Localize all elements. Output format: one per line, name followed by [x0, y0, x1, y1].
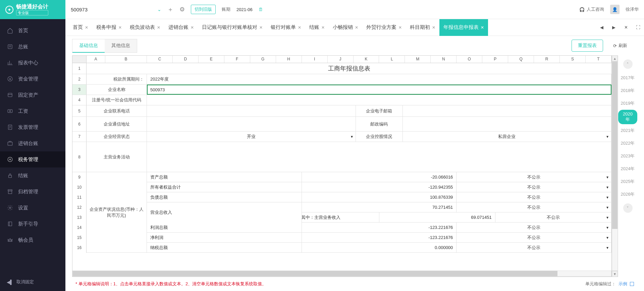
nav-stock[interactable]: 进销台账: [0, 135, 65, 151]
col-header[interactable]: C: [147, 56, 173, 63]
subtab[interactable]: 基础信息: [72, 39, 105, 53]
row-header[interactable]: 10: [72, 182, 87, 192]
publish-select[interactable]: 不公示: [457, 182, 611, 192]
tabs-prev-icon[interactable]: ◀: [596, 21, 608, 34]
close-icon[interactable]: ✕: [157, 25, 160, 30]
year-item[interactable]: 2021年: [618, 124, 637, 137]
nav-home[interactable]: 首页: [0, 22, 65, 39]
close-icon[interactable]: ✕: [355, 25, 358, 30]
row-header[interactable]: 1: [72, 63, 87, 74]
settings-gear-icon[interactable]: ⚙: [179, 6, 185, 13]
tab[interactable]: 日记账与银行对账单核对✕: [198, 19, 267, 36]
col-header[interactable]: H: [276, 56, 302, 63]
tab[interactable]: 首页✕: [69, 19, 92, 36]
col-header[interactable]: J: [328, 56, 354, 63]
consult-button[interactable]: 🎧 人工咨询: [579, 6, 604, 12]
year-down-icon[interactable]: ˅: [623, 203, 633, 213]
fullscreen-icon[interactable]: ⛶: [632, 21, 644, 34]
row-header[interactable]: 16: [72, 243, 87, 253]
col-header[interactable]: M: [405, 56, 431, 63]
tab[interactable]: 科目期初✕: [406, 19, 439, 36]
row-header[interactable]: 13: [72, 212, 87, 223]
close-icon[interactable]: ✕: [321, 25, 325, 30]
tab[interactable]: 税务申报✕: [92, 19, 126, 36]
publish-select[interactable]: 不公示: [457, 202, 611, 212]
tab[interactable]: 外贸行业方案✕: [362, 19, 406, 36]
row-header[interactable]: 15: [72, 233, 87, 243]
tabs-close-icon[interactable]: ✕: [620, 21, 632, 34]
tab[interactable]: 年报信息申报表✕: [439, 19, 488, 36]
tab[interactable]: 结账✕: [305, 19, 329, 36]
col-header[interactable]: I: [302, 56, 328, 63]
item-value[interactable]: 70.271451: [302, 202, 457, 212]
refresh-button[interactable]: ⟳ 刷新: [613, 43, 627, 49]
nav-reports[interactable]: 报表中心: [0, 55, 65, 71]
col-header[interactable]: G: [250, 56, 276, 63]
select-all-corner[interactable]: [72, 56, 87, 63]
example-link[interactable]: 示例: [619, 281, 627, 287]
publish-select[interactable]: 不公示: [457, 223, 611, 232]
row-header[interactable]: 8: [72, 142, 87, 172]
col-header[interactable]: L: [379, 56, 405, 63]
tab[interactable]: 税负波动表✕: [126, 19, 164, 36]
row-header[interactable]: 9: [72, 172, 87, 182]
col-header[interactable]: O: [457, 56, 482, 63]
row-header[interactable]: 3: [72, 85, 87, 95]
phone-cell[interactable]: [147, 105, 356, 116]
scroll-up-icon[interactable]: ▲: [612, 55, 618, 61]
year-item[interactable]: 2022年: [618, 137, 637, 150]
tab[interactable]: 小畅报销✕: [329, 19, 362, 36]
nav-settings[interactable]: 设置: [0, 200, 65, 216]
main-biz-cell[interactable]: [147, 142, 611, 172]
year-item[interactable]: 2018年: [618, 84, 637, 97]
row-header[interactable]: 6: [72, 117, 87, 131]
col-header[interactable]: F: [224, 56, 250, 63]
year-item[interactable]: 2024年: [618, 162, 637, 175]
close-icon[interactable]: ✕: [118, 25, 122, 30]
scroll-down-icon[interactable]: ▼: [612, 271, 618, 277]
year-item[interactable]: 2025年: [618, 175, 637, 188]
col-header[interactable]: P: [482, 56, 508, 63]
address-cell[interactable]: [147, 117, 356, 131]
col-header[interactable]: S: [560, 56, 586, 63]
row-header[interactable]: 12: [72, 202, 87, 212]
item-value[interactable]: -123.221676: [302, 233, 457, 242]
year-item[interactable]: 2020年: [618, 110, 637, 124]
year-up-icon[interactable]: ˄: [623, 59, 633, 69]
unpin-button[interactable]: ◀▌ 取消固定: [0, 273, 65, 291]
status-select[interactable]: 开业: [147, 132, 356, 142]
old-version-button[interactable]: 切到旧版: [191, 5, 216, 14]
nav-ledger[interactable]: 总账: [0, 39, 65, 55]
publish-select[interactable]: 不公示: [457, 172, 611, 182]
item-value[interactable]: 100.876339: [302, 192, 457, 202]
calendar-icon[interactable]: 🗓: [259, 7, 263, 12]
close-icon[interactable]: ✕: [398, 25, 402, 30]
tab[interactable]: 进销台账✕: [164, 19, 198, 36]
nav-salary[interactable]: 工资: [0, 103, 65, 119]
nav-assets[interactable]: 固定资产: [0, 87, 65, 103]
year-item[interactable]: 2023年: [618, 150, 637, 162]
col-header[interactable]: N: [431, 56, 457, 63]
year-item[interactable]: 2017年: [618, 71, 637, 84]
close-icon[interactable]: ✕: [432, 25, 435, 30]
subtab[interactable]: 其他信息: [105, 39, 137, 52]
col-header[interactable]: A: [87, 56, 105, 63]
nav-archive[interactable]: 归档管理: [0, 184, 65, 200]
item-value[interactable]: -120.942355: [302, 182, 457, 192]
period-range-value[interactable]: 2022年度: [147, 74, 611, 84]
reg-code-cell[interactable]: [147, 95, 611, 105]
item-value[interactable]: 0.000000: [302, 243, 457, 252]
col-header[interactable]: R: [534, 56, 560, 63]
col-header[interactable]: T: [586, 56, 611, 63]
nav-vip[interactable]: 畅会员: [0, 232, 65, 248]
postal-cell[interactable]: [403, 117, 612, 131]
close-icon[interactable]: ✕: [481, 25, 484, 30]
row-header[interactable]: 14: [72, 223, 87, 233]
company-select[interactable]: 500973 ⌄: [71, 7, 161, 12]
nav-guide[interactable]: 新手引导: [0, 216, 65, 232]
close-icon[interactable]: ✕: [191, 25, 194, 30]
email-cell[interactable]: [403, 105, 612, 116]
year-item[interactable]: 2026年: [618, 188, 637, 201]
item-value[interactable]: -123.221676: [302, 223, 457, 232]
publish-select[interactable]: 不公示: [495, 212, 611, 222]
